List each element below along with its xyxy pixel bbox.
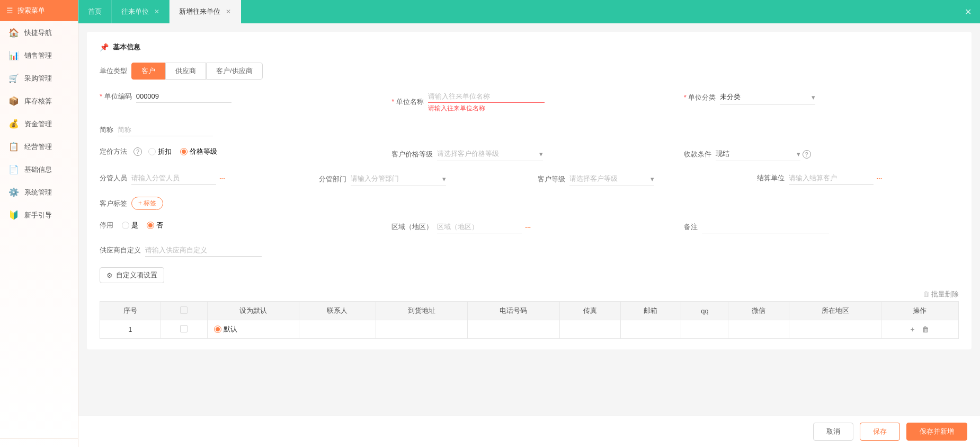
settlement-more-btn[interactable]: ··· <box>877 174 883 182</box>
save-new-button[interactable]: 保存并新增 <box>906 423 967 441</box>
payment-terms-select[interactable]: 现结 ▾ <box>716 147 800 161</box>
customer-price-group: 客户价格等级 请选择客户价格等级 ▾ <box>391 147 666 161</box>
region-more-btn[interactable]: ··· <box>525 223 531 231</box>
tab-new-counterparty[interactable]: 新增往来单位✕ <box>170 0 241 23</box>
row-0-add-btn[interactable]: + <box>909 324 915 335</box>
unit-category-select[interactable]: 未分类 ▾ <box>720 90 815 104</box>
tab-home[interactable]: 首页 <box>78 0 112 23</box>
disable-row: 停用 是 否 区域（地区） <box>100 221 959 233</box>
customer-level-caret: ▾ <box>651 175 654 183</box>
sidebar-item-purchase[interactable]: 🛒采购管理 <box>0 67 78 90</box>
row-0-cell-7 <box>620 320 681 339</box>
unit-code-group: 单位编码 <box>100 90 375 103</box>
remark-group: 备注 <box>684 221 959 233</box>
batch-delete-label[interactable]: 批量删除 <box>931 290 959 298</box>
customer-price-select[interactable]: 请选择客户价格等级 ▾ <box>437 147 543 161</box>
sidebar-item-inventory[interactable]: 📦库存核算 <box>0 90 78 112</box>
th-5: 电话号码 <box>468 302 560 320</box>
tab-close-new-counterparty[interactable]: ✕ <box>226 8 231 15</box>
row-0-cell-0: 1 <box>100 320 161 339</box>
radio-discount[interactable]: 折扣 <box>148 147 172 156</box>
radio-price-level[interactable]: 价格等级 <box>180 147 217 156</box>
radio-no-circle <box>147 222 154 229</box>
region-group: 区域（地区） ··· <box>391 221 666 233</box>
unit-name-input[interactable] <box>428 90 545 103</box>
supplier-custom-group: 供应商自定义 <box>100 244 959 257</box>
sidebar-item-system[interactable]: ⚙️系统管理 <box>0 181 78 204</box>
section-title: 📌 基本信息 <box>100 42 959 52</box>
unit-code-input[interactable] <box>136 90 231 103</box>
search-icon: ☰ <box>6 6 13 15</box>
manager-more-btn[interactable]: ··· <box>219 174 225 182</box>
tab-close-counterparty[interactable]: ✕ <box>154 8 159 15</box>
sidebar-bottom <box>0 438 78 447</box>
tab-counterparty[interactable]: 往来单位✕ <box>112 0 170 23</box>
disable-label: 停用 <box>100 221 113 230</box>
sidebar: ☰ 搜索菜单 🏠快捷导航📊销售管理🛒采购管理📦库存核算💰资金管理📋经营管理📄基础… <box>0 0 78 447</box>
cancel-button[interactable]: 取消 <box>813 423 853 441</box>
th-3: 联系人 <box>299 302 376 320</box>
remark-input[interactable] <box>702 221 829 233</box>
settlement-input[interactable] <box>789 172 874 185</box>
operations-icon: 📋 <box>8 142 19 152</box>
supplier-custom-label: 供应商自定义 <box>100 246 141 255</box>
purchase-label: 采购管理 <box>24 74 52 83</box>
row-0-delete-btn[interactable]: 🗑 <box>921 324 930 335</box>
manager-group: 分管人员 ··· <box>100 172 302 185</box>
add-tag-btn[interactable]: + 标签 <box>131 197 163 210</box>
region-label: 区域（地区） <box>391 222 433 232</box>
pricing-help-icon[interactable]: ? <box>133 147 142 156</box>
tab-label-counterparty: 往来单位 <box>121 7 149 16</box>
sidebar-item-finance[interactable]: 💰资金管理 <box>0 112 78 135</box>
th-2: 设为默认 <box>207 302 299 320</box>
radio-yes[interactable]: 是 <box>122 221 138 230</box>
department-placeholder: 请输入分管部门 <box>351 174 399 183</box>
unit-type-btn-both[interactable]: 客户/供应商 <box>206 63 263 80</box>
department-label: 分管部门 <box>319 174 346 184</box>
short-name-input[interactable] <box>118 124 213 136</box>
radio-no[interactable]: 否 <box>147 221 163 230</box>
basic-info-card: 📌 基本信息 单位类型 客户供应商客户/供应商 单位编码 单位名称 <box>87 32 972 349</box>
supplier-custom-input[interactable] <box>145 244 262 257</box>
sidebar-item-operations[interactable]: 📋经营管理 <box>0 135 78 158</box>
row-0-checkbox[interactable] <box>180 325 188 332</box>
guide-icon: 🔰 <box>8 210 19 220</box>
manager-input[interactable] <box>131 172 216 185</box>
unit-name-error: 请输入往来单位名称 <box>428 104 545 113</box>
sidebar-search[interactable]: ☰ 搜索菜单 <box>0 0 78 21</box>
unit-type-btn-supplier[interactable]: 供应商 <box>165 63 206 80</box>
tab-label-home: 首页 <box>88 7 102 16</box>
customer-level-select[interactable]: 请选择客户等级 ▾ <box>569 172 654 186</box>
close-all-button[interactable]: ✕ <box>956 7 980 17</box>
system-label: 系统管理 <box>24 188 52 197</box>
custom-settings-btn[interactable]: ⚙ 自定义项设置 <box>100 267 164 283</box>
unit-type-group-container: 单位类型 客户供应商客户/供应商 <box>100 63 959 80</box>
manager-label: 分管人员 <box>100 173 127 183</box>
pricing-radio-group: 折扣 价格等级 <box>148 147 217 156</box>
radio-discount-circle <box>148 148 156 155</box>
th-1 <box>161 302 207 320</box>
department-select[interactable]: 请输入分管部门 ▾ <box>351 172 446 186</box>
sidebar-item-sales[interactable]: 📊销售管理 <box>0 44 78 67</box>
th-0: 序号 <box>100 302 161 320</box>
batch-delete-area: 🗑 批量删除 <box>100 290 959 299</box>
sidebar-item-basic-info[interactable]: 📄基础信息 <box>0 158 78 181</box>
purchase-icon: 🛒 <box>8 73 19 83</box>
tab-bar: 首页往来单位✕新增往来单位✕ ✕ <box>78 0 980 23</box>
tag-row: 客户标签 + 标签 <box>100 197 959 210</box>
pricing-row: 定价方法 ? 折扣 价格等级 客户价格等级 <box>100 147 959 161</box>
sidebar-item-quick-nav[interactable]: 🏠快捷导航 <box>0 21 78 44</box>
customer-level-group: 客户等级 请选择客户等级 ▾ <box>538 172 740 186</box>
finance-icon: 💰 <box>8 119 19 129</box>
save-button[interactable]: 保存 <box>860 423 900 441</box>
footer: 取消 保存 保存并新增 <box>78 416 980 447</box>
unit-category-caret: ▾ <box>812 93 815 101</box>
row-0-default-radio[interactable]: 默认 <box>214 325 293 334</box>
main: 首页往来单位✕新增往来单位✕ ✕ 📌 基本信息 单位类型 客户供应商客户/供应商… <box>78 0 980 447</box>
payment-help-icon[interactable]: ? <box>803 150 811 159</box>
sidebar-item-guide[interactable]: 🔰新手引导 <box>0 204 78 226</box>
payment-terms-value: 现结 <box>716 149 729 159</box>
select-all-checkbox[interactable] <box>180 306 188 314</box>
region-input[interactable] <box>437 221 522 233</box>
unit-type-btn-customer[interactable]: 客户 <box>131 63 165 80</box>
